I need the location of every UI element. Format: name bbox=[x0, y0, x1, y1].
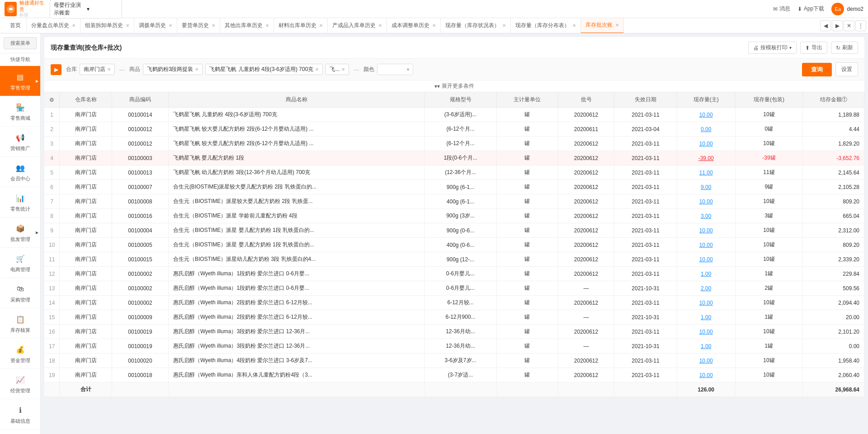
footer-cell-6 bbox=[558, 382, 614, 397]
sidebar-item-base-info[interactable]: ℹ 基础信息 bbox=[0, 399, 40, 429]
tab-close-icon[interactable]: ✕ bbox=[572, 23, 576, 28]
tab-item[interactable]: 材料出库单历史 ✕ bbox=[274, 18, 328, 33]
export-btn[interactable]: ⬆ 导出 bbox=[800, 42, 827, 54]
cell-qty-main[interactable]: 3.00 bbox=[677, 209, 735, 223]
goods-tag3-close-icon[interactable]: ✕ bbox=[341, 67, 345, 72]
tab-prev-btn[interactable]: ◀ bbox=[820, 20, 831, 31]
sidebar-item-system[interactable]: ⚙ 系统管理 bbox=[0, 429, 40, 434]
tab-close-icon[interactable]: ✕ bbox=[615, 23, 619, 28]
cell-code: 00100002 bbox=[112, 281, 169, 296]
setting-btn[interactable]: 设置 bbox=[835, 62, 858, 76]
cell-num: 14 bbox=[44, 296, 60, 310]
cell-unit: 罐 bbox=[496, 252, 558, 267]
cell-qty-main[interactable]: 11.00 bbox=[677, 165, 735, 180]
tab-close-icon[interactable]: ✕ bbox=[319, 23, 323, 28]
sidebar-item-wholesale[interactable]: 📦 批发管理 ▶ bbox=[0, 217, 40, 248]
cell-qty-main[interactable]: 9.00 bbox=[677, 180, 735, 194]
tab-close-all-btn[interactable]: ✕ bbox=[844, 20, 854, 31]
col-settings[interactable]: ⚙ bbox=[44, 92, 60, 108]
search-menu-btn[interactable]: 搜索菜单 bbox=[4, 37, 37, 49]
tab-close-icon[interactable]: ✕ bbox=[378, 23, 382, 28]
cell-qty-pack: 11罐 bbox=[735, 165, 802, 180]
cell-qty-main[interactable]: 10.00 bbox=[677, 108, 735, 122]
goods-tag3[interactable]: 飞... ✕ bbox=[326, 64, 349, 75]
tab-close-icon[interactable]: ✕ bbox=[502, 23, 506, 28]
sidebar-item-operations[interactable]: 📈 经营管理 bbox=[0, 369, 40, 399]
tab-menu-btn[interactable]: ⋮ bbox=[855, 20, 866, 31]
sidebar-item-retail-mall[interactable]: 🏪 零售商城 bbox=[0, 96, 40, 127]
tab-item[interactable]: 产成品入库单历史 ✕ bbox=[328, 18, 387, 33]
cell-qty-main[interactable]: 10.00 bbox=[677, 137, 735, 151]
filter-expand-arrow[interactable]: ▶ bbox=[51, 64, 61, 75]
tab-close-icon[interactable]: ✕ bbox=[432, 23, 436, 28]
cell-qty-main[interactable]: 1.00 bbox=[677, 267, 735, 281]
cell-qty-main[interactable]: 10.00 bbox=[677, 194, 735, 209]
tab-close-icon[interactable]: ✕ bbox=[265, 23, 269, 28]
user-area[interactable]: Ea demo2 bbox=[831, 3, 863, 15]
sidebar-item-inventory[interactable]: 📋 库存核算 bbox=[0, 308, 40, 339]
cell-qty-main[interactable]: 2.00 bbox=[677, 281, 735, 296]
warehouse-tag[interactable]: 南岸门店 ✕ bbox=[80, 64, 115, 75]
cell-code: 00100020 bbox=[112, 354, 169, 368]
query-btn[interactable]: 查询 bbox=[802, 63, 832, 76]
tab-item[interactable]: 其他出库单历史 ✕ bbox=[220, 18, 274, 33]
cell-unit: 罐 bbox=[496, 108, 558, 122]
color-dropdown[interactable]: ▾ bbox=[377, 64, 413, 75]
cell-qty-main[interactable]: 10.00 bbox=[677, 296, 735, 310]
cell-spec: 900g (6-1... bbox=[425, 180, 496, 194]
message-btn[interactable]: ✉ 消息 bbox=[773, 5, 790, 13]
app-download-btn[interactable]: ⬇ App下载 bbox=[797, 5, 824, 13]
warehouse-tag-close-icon[interactable]: ✕ bbox=[107, 67, 111, 72]
sidebar-item-retail-stats[interactable]: 📊 零售统计 bbox=[0, 187, 40, 217]
sidebar-search: 搜索菜单 bbox=[0, 33, 40, 53]
sidebar-item-ecommerce[interactable]: 🛒 电商管理 bbox=[0, 248, 40, 278]
sidebar-item-marketing[interactable]: 📢 营销推广 bbox=[0, 127, 40, 157]
tab-item[interactable]: 现存量（库存状况表） ✕ bbox=[441, 18, 511, 33]
tab-item[interactable]: 调拨单历史 ✕ bbox=[134, 18, 177, 33]
tab-close-icon[interactable]: ✕ bbox=[169, 23, 172, 28]
goods-tag1-close-icon[interactable]: ✕ bbox=[195, 67, 198, 72]
cell-qty-main[interactable]: 10.00 bbox=[677, 252, 735, 267]
cell-qty-main[interactable]: 1.00 bbox=[677, 339, 735, 354]
tab-item[interactable]: 要货单历史 ✕ bbox=[177, 18, 220, 33]
cell-amount: 1,829.20 bbox=[803, 137, 864, 151]
color-filter-group: 颜色 ▾ bbox=[363, 64, 413, 75]
cell-num: 5 bbox=[44, 165, 60, 180]
export-icon: ⬆ bbox=[805, 45, 810, 51]
tab-close-icon[interactable]: ✕ bbox=[126, 23, 129, 28]
table-row: 12南岸门店00100002惠氏启醇（Wyeth illuma）1段奶粉 爱尔兰… bbox=[44, 267, 864, 281]
goods-tag1[interactable]: 飞鹤奶粉3段两提装 ✕ bbox=[143, 64, 203, 75]
cell-qty-main[interactable]: 10.00 bbox=[677, 238, 735, 252]
tab-next-btn[interactable]: ▶ bbox=[832, 20, 843, 31]
tab-close-icon[interactable]: ✕ bbox=[72, 23, 75, 28]
sidebar-item-finance[interactable]: 💰 资金管理 bbox=[0, 339, 40, 369]
account-selector[interactable]: 母婴行业演示账套 ▾ bbox=[50, 0, 122, 19]
sidebar-item-member-center[interactable]: 👥 会员中心 bbox=[0, 157, 40, 187]
tab-item[interactable]: 组装拆卸单历史 ✕ bbox=[80, 18, 134, 33]
cell-qty-main[interactable]: 10.00 bbox=[677, 223, 735, 238]
tab-item[interactable]: 成本调整单历史 ✕ bbox=[387, 18, 441, 33]
cell-qty-main[interactable]: 10.00 bbox=[677, 354, 735, 368]
goods-tag2-close-icon[interactable]: ✕ bbox=[315, 67, 319, 72]
print-btn[interactable]: 🖨 按模板打印 ▾ bbox=[748, 42, 797, 54]
cell-qty-main[interactable]: 0.00 bbox=[677, 122, 735, 137]
cell-qty-main[interactable]: 10.00 bbox=[677, 325, 735, 339]
cell-qty-main[interactable]: -39.00 bbox=[677, 151, 735, 165]
cell-qty-main[interactable]: 10.00 bbox=[677, 368, 735, 382]
sidebar-item-retail-mgmt[interactable]: ▤ 零售管理 ▶ bbox=[0, 66, 40, 96]
tab-home[interactable]: 首页 bbox=[5, 18, 27, 33]
goods-tag2[interactable]: 飞鹤星飞帆 儿童奶粉 4段(3-6岁适用) 700克 ✕ bbox=[205, 64, 323, 75]
sidebar-item-purchase[interactable]: 🛍 采购管理 bbox=[0, 278, 40, 308]
tab-item[interactable]: 分量盘点单历史 ✕ bbox=[27, 18, 80, 33]
tab-close-icon[interactable]: ✕ bbox=[212, 23, 215, 28]
sidebar-shortcut-btn[interactable]: 快捷导航 bbox=[0, 53, 40, 66]
refresh-btn[interactable]: ↻ 刷新 bbox=[831, 42, 858, 54]
tab-item[interactable]: 现存量（库存分布表） ✕ bbox=[511, 18, 581, 33]
goods-more-btn[interactable]: ··· bbox=[354, 66, 359, 73]
tab-item-active[interactable]: 库存批次账 ✕ bbox=[581, 18, 624, 33]
expand-more-btn[interactable]: ▾▾ 展开更多条件 bbox=[434, 82, 474, 90]
logo-text: 畅捷通好生意 标版 bbox=[19, 0, 45, 17]
cell-qty-main[interactable]: 1.00 bbox=[677, 310, 735, 325]
cell-num: 17 bbox=[44, 339, 60, 354]
warehouse-more-btn[interactable]: ··· bbox=[119, 66, 125, 73]
